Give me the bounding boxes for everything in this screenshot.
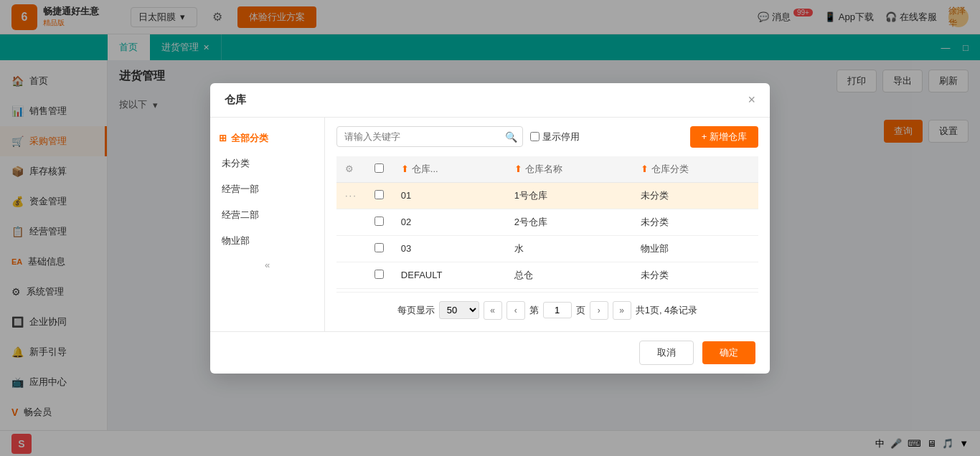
row-category-2: 未分类 xyxy=(632,209,758,235)
table-row[interactable]: 03 水 物业部 xyxy=(336,235,758,262)
row-category-3: 物业部 xyxy=(632,235,758,262)
add-warehouse-button[interactable]: + 新增仓库 xyxy=(690,126,758,148)
page-word: 第 xyxy=(529,304,539,317)
modal-toolbar: 🔍 显示停用 + 新增仓库 xyxy=(336,126,758,148)
next-page-button[interactable]: › xyxy=(590,301,608,320)
sidebar-all-categories: 全部分类 xyxy=(231,132,268,145)
cancel-button[interactable]: 取消 xyxy=(639,341,694,365)
modal-overlay: 仓库 × ⊞ 全部分类 未分类 经营一部 经营二部 物业部 « xyxy=(0,0,980,456)
modal-sidebar-collapse-button[interactable]: « xyxy=(210,254,324,276)
row-category-1: 未分类 xyxy=(632,182,758,209)
row-check-2 xyxy=(366,209,392,235)
th-gear: ⚙ xyxy=(336,156,366,183)
row-code-2: 02 xyxy=(392,209,506,235)
th-check xyxy=(366,156,392,183)
modal-body: ⊞ 全部分类 未分类 经营一部 经营二部 物业部 « 🔍 xyxy=(210,118,770,331)
show-disabled-checkbox[interactable] xyxy=(530,132,540,141)
row-checkbox-2[interactable] xyxy=(374,217,384,226)
page-label: 页 xyxy=(576,304,585,317)
modal-category-ops1[interactable]: 经营一部 xyxy=(210,176,324,202)
modal-sidebar-header: ⊞ 全部分类 xyxy=(210,126,324,151)
prev-page-icon: ‹ xyxy=(514,305,517,315)
sort-icon-name: ⬆ xyxy=(514,163,522,174)
th-code: ⬆仓库... xyxy=(392,156,506,183)
page-summary: 共1页, 4条记录 xyxy=(636,304,698,317)
row-name-4: 总仓 xyxy=(506,262,632,288)
table-body: ··· 01 1号仓库 未分类 02 2号仓库 xyxy=(336,182,758,288)
modal-close-button[interactable]: × xyxy=(748,93,755,106)
pagination: 每页显示 50 100 200 « ‹ 第 页 xyxy=(336,292,758,323)
warehouse-table: ⚙ ⬆仓库... ⬆仓库名称 xyxy=(336,156,758,289)
row-more-icon[interactable]: ··· xyxy=(345,190,357,201)
grid-icon: ⊞ xyxy=(219,133,227,143)
row-actions-4 xyxy=(336,262,366,288)
row-check-3 xyxy=(366,235,392,262)
row-actions-1: ··· xyxy=(336,182,366,209)
warehouse-modal: 仓库 × ⊞ 全部分类 未分类 经营一部 经营二部 物业部 « xyxy=(210,83,770,374)
row-name-1: 1号仓库 xyxy=(506,182,632,209)
modal-category-property[interactable]: 物业部 xyxy=(210,228,324,254)
search-icon: 🔍 xyxy=(505,131,517,143)
table-row[interactable]: 02 2号仓库 未分类 xyxy=(336,209,758,235)
modal-content-area: 🔍 显示停用 + 新增仓库 xyxy=(325,118,770,331)
search-input[interactable] xyxy=(336,126,523,147)
table-head: ⚙ ⬆仓库... ⬆仓库名称 xyxy=(336,156,758,183)
modal-header: 仓库 × xyxy=(210,83,770,118)
row-check-1 xyxy=(366,182,392,209)
page-number-input[interactable] xyxy=(543,302,572,318)
row-name-2: 2号仓库 xyxy=(506,209,632,235)
table-row[interactable]: ··· 01 1号仓库 未分类 xyxy=(336,182,758,209)
row-category-4: 未分类 xyxy=(632,262,758,288)
row-name-3: 水 xyxy=(506,235,632,262)
last-page-icon: » xyxy=(619,305,624,315)
show-disabled-checkbox-label[interactable]: 显示停用 xyxy=(530,130,580,143)
row-code-1: 01 xyxy=(392,182,506,209)
row-code-4: DEFAULT xyxy=(392,262,506,288)
th-category: ⬆仓库分类 xyxy=(632,156,758,183)
prev-page-button[interactable]: ‹ xyxy=(507,301,525,320)
first-page-button[interactable]: « xyxy=(484,301,502,320)
th-name: ⬆仓库名称 xyxy=(506,156,632,183)
show-disabled-label: 显示停用 xyxy=(542,130,580,143)
modal-footer: 取消 确定 xyxy=(210,331,770,374)
modal-sidebar: ⊞ 全部分类 未分类 经营一部 经营二部 物业部 « xyxy=(210,118,325,331)
first-page-icon: « xyxy=(490,305,495,315)
last-page-button[interactable]: » xyxy=(613,301,631,320)
row-actions-2 xyxy=(336,209,366,235)
modal-category-uncategorized[interactable]: 未分类 xyxy=(210,151,324,176)
modal-title: 仓库 xyxy=(225,93,246,107)
row-actions-3 xyxy=(336,235,366,262)
modal-category-ops2[interactable]: 经营二部 xyxy=(210,202,324,228)
row-checkbox-1[interactable] xyxy=(374,190,384,199)
table-row[interactable]: DEFAULT 总仓 未分类 xyxy=(336,262,758,288)
row-checkbox-4[interactable] xyxy=(374,270,384,279)
sort-icon-code: ⬆ xyxy=(401,163,409,174)
select-all-checkbox[interactable] xyxy=(374,163,384,173)
row-code-3: 03 xyxy=(392,235,506,262)
search-wrap: 🔍 xyxy=(336,126,523,147)
page-size-select[interactable]: 50 100 200 xyxy=(439,301,479,319)
row-checkbox-3[interactable] xyxy=(374,243,384,252)
table-wrap: ⚙ ⬆仓库... ⬆仓库名称 xyxy=(336,156,758,289)
gear-icon: ⚙ xyxy=(345,163,354,174)
row-check-4 xyxy=(366,262,392,288)
sort-icon-category: ⬆ xyxy=(641,163,649,174)
confirm-button[interactable]: 确定 xyxy=(702,341,755,364)
next-page-icon: › xyxy=(598,305,600,315)
page-size-label: 每页显示 xyxy=(397,304,435,317)
